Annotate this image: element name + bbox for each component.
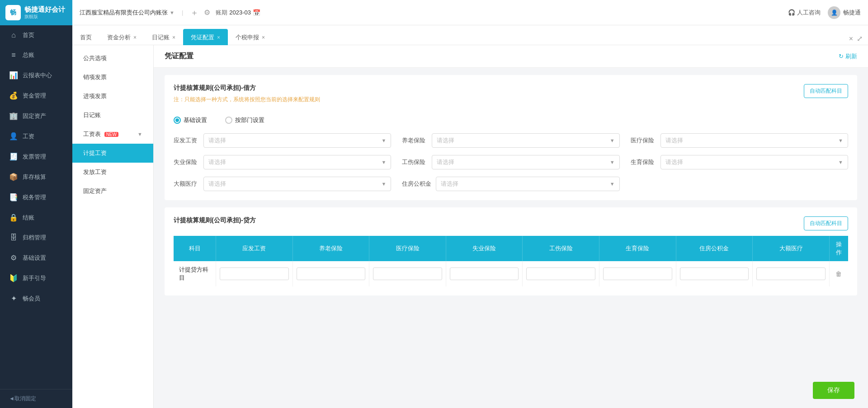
left-nav-pay-salary[interactable]: 发放工资 xyxy=(72,163,153,182)
sidebar-item-invoice[interactable]: 🧾 发票管理 xyxy=(0,146,72,167)
cell-salary[interactable] xyxy=(216,261,293,286)
left-nav-salary-table[interactable]: 工资表 NEW ▼ xyxy=(72,125,153,144)
input-unemployment[interactable] xyxy=(450,267,519,280)
maternity-select-arrow: ▼ xyxy=(838,159,843,165)
sidebar-item-reports[interactable]: 📊 云报表中心 xyxy=(0,65,72,85)
cell-housing[interactable] xyxy=(676,261,753,286)
radio-dept[interactable]: 按部门设置 xyxy=(225,116,264,124)
col-salary: 应发工资 xyxy=(216,236,293,261)
sidebar-item-tax[interactable]: 📑 税务管理 xyxy=(0,187,72,207)
debit-form-grid: 应发工资 请选择 ▼ 养老保险 请选择 ▼ xyxy=(174,133,848,191)
large-medical-select[interactable]: 请选择 ▼ xyxy=(203,177,391,191)
sidebar-item-settings[interactable]: ⚙ 基础设置 xyxy=(0,248,72,268)
input-pension[interactable] xyxy=(297,267,366,280)
tab-home[interactable]: 首页 xyxy=(72,29,99,45)
cell-delete[interactable]: 🗑 xyxy=(829,261,848,286)
refresh-button[interactable]: ↻ 刷新 xyxy=(839,52,857,61)
maternity-label: 生育保险 xyxy=(631,158,656,166)
credit-section-title: 计提核算规则(公司承担)-贷方 xyxy=(174,216,256,225)
col-large-medical: 大额医疗 xyxy=(753,236,830,261)
input-housing[interactable] xyxy=(680,267,749,280)
sidebar: 畅 畅捷通好会计 旗舰版 ⌂ 首页 ≡ 总账 📊 云报表中心 💰 资金管理 🏢 … xyxy=(0,0,72,408)
unemployment-select[interactable]: 请选择 ▼ xyxy=(203,155,391,169)
service-button[interactable]: 🎧 人工咨询 xyxy=(788,9,821,17)
sidebar-item-inventory[interactable]: 📦 库存核算 xyxy=(0,167,72,187)
tab-close-journal[interactable]: × xyxy=(172,34,175,41)
input-maternity[interactable] xyxy=(603,267,672,280)
tab-close-tax[interactable]: × xyxy=(262,34,265,41)
unemployment-label: 失业保险 xyxy=(174,158,199,166)
cell-pension[interactable] xyxy=(292,261,369,286)
tab-close-all-button[interactable]: × xyxy=(849,35,853,43)
left-nav-fixed-assets[interactable]: 固定资产 xyxy=(72,182,153,201)
settings-gear-button[interactable]: ⚙ xyxy=(204,8,210,17)
tab-capital[interactable]: 资金分析 × xyxy=(99,29,144,45)
tabbar: 首页 资金分析 × 日记账 × 凭证配置 × 个税申报 × × ⤢ xyxy=(72,25,868,45)
salary-label: 应发工资 xyxy=(174,136,199,145)
debit-auto-match-button[interactable]: 自动匹配科目 xyxy=(804,84,848,98)
medical-label: 医疗保险 xyxy=(631,136,656,145)
col-pension: 养老保险 xyxy=(292,236,369,261)
left-nav-public[interactable]: 公共选项 xyxy=(72,49,153,68)
sidebar-item-member[interactable]: ✦ 畅会员 xyxy=(0,288,72,309)
injury-select[interactable]: 请选择 ▼ xyxy=(432,155,619,169)
topbar-right: 🎧 人工咨询 👤 畅捷通 xyxy=(788,6,861,19)
salary-select[interactable]: 请选择 ▼ xyxy=(203,133,391,148)
form-item-maternity: 生育保险 请选择 ▼ xyxy=(631,155,848,169)
cell-maternity[interactable] xyxy=(599,261,676,286)
tab-close-voucher[interactable]: × xyxy=(217,34,220,41)
cell-unemployment[interactable] xyxy=(446,261,523,286)
company-dropdown-icon: ▼ xyxy=(170,10,175,15)
medical-select[interactable]: 请选择 ▼ xyxy=(660,133,848,148)
input-injury[interactable] xyxy=(526,267,595,280)
save-button[interactable]: 保存 xyxy=(813,382,854,399)
capital-icon: 💰 xyxy=(9,91,18,100)
radio-basic[interactable]: 基础设置 xyxy=(174,116,207,124)
sidebar-item-ledger[interactable]: ≡ 总账 xyxy=(0,45,72,65)
cell-large-medical[interactable] xyxy=(753,261,830,286)
sidebar-item-home[interactable]: ⌂ 首页 xyxy=(0,25,72,45)
input-large-medical[interactable] xyxy=(756,267,826,280)
tab-voucher[interactable]: 凭证配置 × xyxy=(183,29,228,45)
tab-tax[interactable]: 个税申报 × xyxy=(228,29,273,45)
tab-close-capital[interactable]: × xyxy=(133,34,137,41)
debit-section-title-area: 计提核算规则(公司承担)-借方 注：只能选择一种方式，系统将按照您当前的选择来配… xyxy=(174,84,320,111)
credit-auto-match-button[interactable]: 自动匹配科目 xyxy=(804,216,848,230)
input-salary[interactable] xyxy=(220,267,289,280)
sidebar-item-closing[interactable]: 🔒 结账 xyxy=(0,207,72,228)
left-nav-calc-salary[interactable]: 计提工资 xyxy=(72,144,153,163)
left-nav-sales[interactable]: 销项发票 xyxy=(72,68,153,87)
sidebar-item-archive[interactable]: 🗄 归档管理 xyxy=(0,228,72,248)
company-selector[interactable]: 江西服宝精品有限责任公司内账张 ▼ xyxy=(80,9,175,17)
sidebar-item-capital[interactable]: 💰 资金管理 xyxy=(0,85,72,106)
tab-journal[interactable]: 日记账 × xyxy=(144,29,183,45)
archive-icon: 🗄 xyxy=(9,234,18,242)
maternity-select[interactable]: 请选择 ▼ xyxy=(660,155,848,169)
delete-row-button[interactable]: 🗑 xyxy=(835,270,842,277)
pension-select[interactable]: 请选择 ▼ xyxy=(432,133,619,148)
left-nav-purchase[interactable]: 进项发票 xyxy=(72,87,153,106)
cell-medical[interactable] xyxy=(369,261,446,286)
input-medical[interactable] xyxy=(373,267,442,280)
form-item-large-medical: 大额医疗 请选择 ▼ xyxy=(174,177,391,191)
calendar-icon[interactable]: 📅 xyxy=(253,9,260,16)
housing-select[interactable]: 请选择 ▼ xyxy=(436,177,619,191)
sidebar-cancel-pin[interactable]: ◄取消固定 xyxy=(0,389,72,408)
form-item-unemployment: 失业保险 请选择 ▼ xyxy=(174,155,391,169)
large-medical-label: 大额医疗 xyxy=(174,180,199,188)
left-nav-journal[interactable]: 日记账 xyxy=(72,106,153,125)
sidebar-item-assets[interactable]: 🏢 固定资产 xyxy=(0,106,72,126)
period-display: 账期 2023-03 📅 xyxy=(216,9,260,17)
sidebar-item-salary[interactable]: 👤 工资 xyxy=(0,126,72,146)
cell-injury[interactable] xyxy=(523,261,599,286)
tab-maximize-button[interactable]: ⤢ xyxy=(857,34,863,43)
avatar: 👤 xyxy=(828,6,840,19)
assets-icon: 🏢 xyxy=(9,112,18,120)
tabbar-actions: × ⤢ xyxy=(844,34,868,43)
radio-basic-indicator xyxy=(174,117,181,124)
sidebar-item-guide[interactable]: 🔰 新手引导 xyxy=(0,268,72,288)
add-company-button[interactable]: ＋ xyxy=(190,7,198,18)
col-maternity: 生育保险 xyxy=(599,236,676,261)
main-content: 凭证配置 ↻ 刷新 计提核算规则(公司承担)-借方 注：只能选择一种方式，系统将… xyxy=(154,45,868,408)
user-menu[interactable]: 👤 畅捷通 xyxy=(828,6,861,19)
